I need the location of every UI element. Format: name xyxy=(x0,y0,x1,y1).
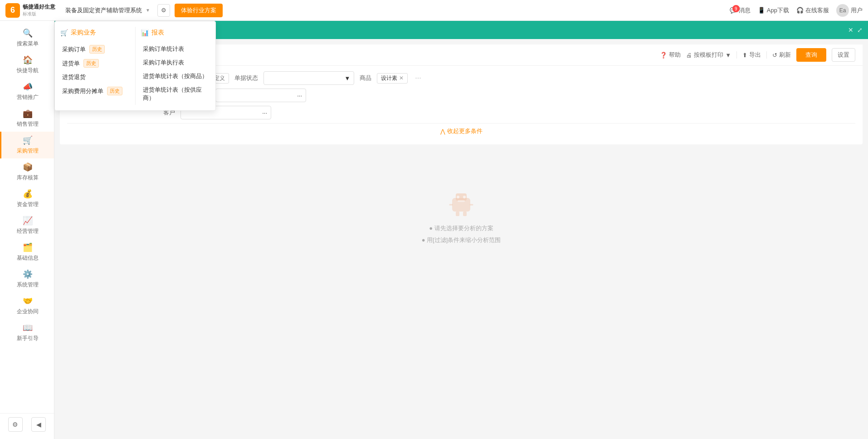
refresh-btn[interactable]: ↺ 刷新 xyxy=(772,51,791,59)
dropdown-item-purchase-order-exec[interactable]: 采购订单执行表 xyxy=(141,56,210,69)
set-button[interactable]: 设置 xyxy=(832,48,855,62)
inbound-stat-supplier-label: 进货单统计表（按供应商） xyxy=(143,86,209,102)
print-icon: 🖨 xyxy=(686,52,692,59)
sidebar-item-basic[interactable]: 🗂️ 基础信息 xyxy=(0,239,54,266)
tab-bar-right: ✕ ⤢ xyxy=(848,26,868,34)
app-download-label: App下载 xyxy=(767,6,789,15)
chevron-down-icon4: ··· xyxy=(262,109,267,116)
goods-tag-remove[interactable]: ✕ xyxy=(399,75,404,81)
sidebar-bottom: ⚙ ◀ xyxy=(0,413,54,435)
sidebar-item-label: 企业协同 xyxy=(17,308,39,316)
logo-sub: 标准版 xyxy=(23,11,55,17)
empty-hint-1: ● 请先选择要分析的方案 xyxy=(429,224,493,232)
message-btn[interactable]: 💬 9 消息 xyxy=(730,6,751,15)
system-icon: ⚙️ xyxy=(23,269,33,279)
dropdown-item-inbound[interactable]: 进货单 历史 xyxy=(60,56,130,70)
marketing-icon: 📣 xyxy=(23,82,33,92)
collapse-btn[interactable]: ⋀ 收起更多条件 xyxy=(67,123,855,139)
purchase-cost-label: 采购费用分摊单 xyxy=(62,87,103,95)
home-icon: 🏠 xyxy=(23,55,33,65)
search-button[interactable]: 查询 xyxy=(796,48,826,62)
sidebar-item-guide[interactable]: 📖 新手引导 xyxy=(0,319,54,346)
sidebar-item-finance[interactable]: 💰 资金管理 xyxy=(0,185,54,212)
sidebar-collapse-btn[interactable]: ◀ xyxy=(31,417,46,432)
tab-expand-btn[interactable]: ⤢ xyxy=(857,26,863,34)
goods-more-dots[interactable]: ··· xyxy=(415,74,421,82)
sidebar-item-cooperation[interactable]: 🤝 企业协同 xyxy=(0,292,54,319)
sidebar-item-sales[interactable]: 💼 销售管理 xyxy=(0,105,54,132)
purchase-order-label: 采购订单 xyxy=(62,45,86,54)
operations-icon: 📈 xyxy=(23,216,33,226)
document-status-label: 单据状态 xyxy=(234,74,258,82)
sidebar-item-nav[interactable]: 🏠 快捷导航 xyxy=(0,51,54,78)
empty-state: ● 请先选择要分析的方案 ● 用[过滤]条件来缩小分析范围 xyxy=(60,148,863,281)
inventory-icon: 📦 xyxy=(23,162,33,172)
goods-tag: 设计素 ✕ xyxy=(377,73,408,84)
help-btn[interactable]: ❓ 帮助 xyxy=(660,51,681,59)
app-download-btn[interactable]: 📱 App下载 xyxy=(758,6,789,15)
purchase-col-title: 🛒 采购业务 xyxy=(60,27,130,40)
purchase-icon: 🛒 xyxy=(23,135,33,145)
sidebar: 🔍 搜索菜单 🏠 快捷导航 📣 营销推广 💼 销售管理 🛒 采购管理 📦 库存核… xyxy=(0,21,54,439)
user-btn[interactable]: Ea 用户 xyxy=(836,4,863,17)
message-badge: 9 xyxy=(732,5,740,12)
tab-close-all-btn[interactable]: ✕ xyxy=(848,26,853,34)
export-icon: ⬆ xyxy=(742,52,747,59)
empty-hint-2: ● 用[过滤]条件来缩小分析范围 xyxy=(422,236,501,244)
sidebar-item-purchase[interactable]: 🛒 采购管理 xyxy=(0,132,54,158)
sidebar-item-label: 系统管理 xyxy=(17,281,39,289)
purchase-col-title-label: 采购业务 xyxy=(71,29,96,37)
document-status-select[interactable]: ▼ xyxy=(263,71,354,85)
phone-icon: 📱 xyxy=(758,7,765,14)
trial-button[interactable]: 体验行业方案 xyxy=(175,4,223,17)
goods-tag-value: 设计素 xyxy=(381,74,397,82)
sidebar-item-inventory[interactable]: 📦 库存核算 xyxy=(0,158,54,185)
salesperson-select[interactable]: ··· xyxy=(215,89,306,102)
online-service-btn[interactable]: 🎧 在线客服 xyxy=(796,6,829,15)
dropdown-item-purchase-order[interactable]: 采购订单 历史 xyxy=(60,42,130,56)
purchase-col: 🛒 采购业务 采购订单 历史 进货单 历史 进货退货 采购费用分摊单 历史 xyxy=(55,27,135,105)
system-title: 装备及固定资产辅助管理系统 ▼ xyxy=(60,6,156,15)
svg-rect-7 xyxy=(456,212,459,216)
logo-area: 6 畅捷通好生意 标准版 xyxy=(5,3,60,18)
dropdown-item-purchase-cost[interactable]: 采购费用分摊单 历史 xyxy=(60,84,130,98)
toolbar-sep xyxy=(736,51,737,59)
basic-icon: 🗂️ xyxy=(23,242,33,252)
history-tag: 历史 xyxy=(89,45,105,54)
purchase-order-exec-label: 采购订单执行表 xyxy=(143,59,184,67)
sidebar-item-system[interactable]: ⚙️ 系统管理 xyxy=(0,266,54,292)
help-label: 帮助 xyxy=(669,51,681,59)
print-label: 按模板打印 xyxy=(694,51,723,59)
sidebar-item-label: 基础信息 xyxy=(17,254,39,262)
sidebar-item-label: 经营管理 xyxy=(17,227,39,235)
dropdown-item-inbound-return[interactable]: 进货退货 xyxy=(60,70,130,84)
sidebar-item-operations[interactable]: 📈 经营管理 xyxy=(0,212,54,239)
settings-icon-btn[interactable]: ⚙ xyxy=(157,4,170,17)
chevron-down-icon3: ··· xyxy=(297,92,302,99)
print-dropdown-icon[interactable]: ▼ xyxy=(725,52,731,59)
svg-point-3 xyxy=(463,196,466,198)
sidebar-item-marketing[interactable]: 📣 营销推广 xyxy=(0,78,54,105)
export-btn[interactable]: ⬆ 导出 xyxy=(742,51,761,59)
report-col: 📊 报表 采购订单统计表 采购订单执行表 进货单统计表（按商品） 进货单统计表（… xyxy=(135,27,216,105)
dropdown-item-inbound-stat-goods[interactable]: 进货单统计表（按商品） xyxy=(141,69,210,83)
svg-point-2 xyxy=(457,196,459,198)
sidebar-item-label: 营销推广 xyxy=(17,94,39,101)
sidebar-item-label: 库存核算 xyxy=(17,174,39,182)
export-label: 导出 xyxy=(749,51,761,59)
inbound-stat-goods-label: 进货单统计表（按商品） xyxy=(143,72,208,80)
finance-icon: 💰 xyxy=(23,189,33,199)
print-btn[interactable]: 🖨 按模板打印 ▼ xyxy=(686,51,731,59)
sidebar-settings-btn[interactable]: ⚙ xyxy=(8,417,23,432)
topbar: 6 畅捷通好生意 标准版 装备及固定资产辅助管理系统 ▼ ⚙ 体验行业方案 💬 … xyxy=(0,0,868,21)
dropdown-item-inbound-stat-supplier[interactable]: 进货单统计表（按供应商） xyxy=(141,83,210,105)
sidebar-item-label: 采购管理 xyxy=(17,147,39,155)
system-title-text: 装备及固定资产辅助管理系统 xyxy=(65,6,142,15)
search-icon: 🔍 xyxy=(23,28,33,38)
refresh-icon: ↺ xyxy=(772,52,777,59)
dropdown-item-purchase-order-stat[interactable]: 采购订单统计表 xyxy=(141,42,210,56)
avatar-initials: Ea xyxy=(839,7,846,14)
report-col-title: 📊 报表 xyxy=(141,27,210,40)
sidebar-item-search[interactable]: 🔍 搜索菜单 xyxy=(0,25,54,51)
system-dropdown-icon[interactable]: ▼ xyxy=(146,8,150,13)
